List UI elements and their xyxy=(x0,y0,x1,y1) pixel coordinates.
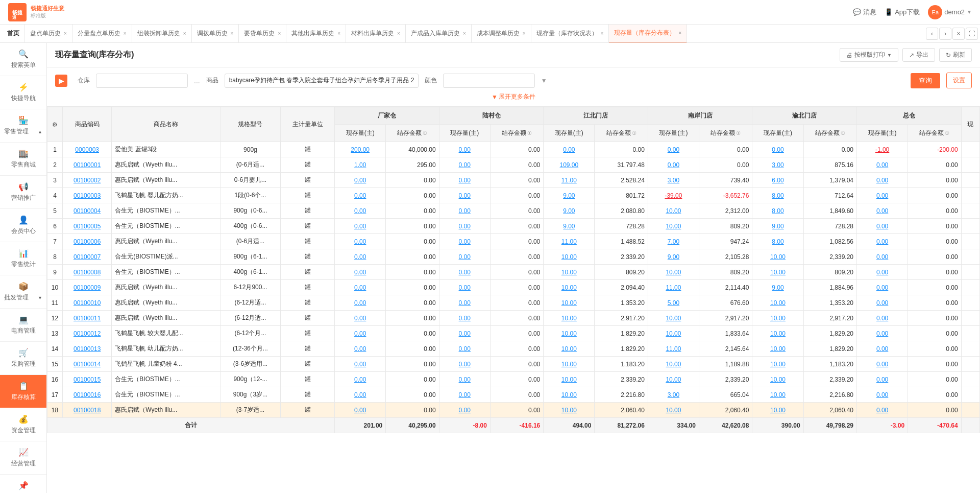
sidebar-item-retail[interactable]: 🏪 零售管理 ▲ xyxy=(0,109,46,143)
warehouse-ellipsis[interactable]: ... xyxy=(194,77,200,85)
table-cell[interactable]: 10.00 xyxy=(544,372,595,387)
table-cell[interactable]: 00100004 xyxy=(63,203,112,219)
table-cell[interactable]: 00100002 xyxy=(63,173,112,188)
table-cell[interactable]: 0.00 xyxy=(335,341,386,357)
user-area[interactable]: Ea demo2 ▼ xyxy=(928,5,972,19)
sidebar-item-quicknav[interactable]: ⚡ 快捷导航 xyxy=(0,76,46,109)
sidebar-item-wholesale[interactable]: 📦 批发管理 ▼ xyxy=(0,275,46,309)
table-cell[interactable]: 6.00 xyxy=(752,173,803,188)
table-cell[interactable]: 3.00 xyxy=(648,387,699,403)
table-cell[interactable]: 00100015 xyxy=(63,372,112,387)
table-cell[interactable]: 10.00 xyxy=(648,203,699,219)
table-cell[interactable]: 10.00 xyxy=(544,295,595,311)
tab-transfer[interactable]: 调拨单历史 × xyxy=(192,25,239,43)
table-cell[interactable]: 00100014 xyxy=(63,357,112,372)
tab-fullscreen-btn[interactable]: ⛶ xyxy=(966,28,978,40)
sidebar-item-retail-stats[interactable]: 📊 零售统计 xyxy=(0,242,46,275)
tab-other-out[interactable]: 其他出库单历史 × xyxy=(286,25,346,43)
tab-stock-status[interactable]: 现存量（库存状况表） × xyxy=(531,25,609,43)
table-cell[interactable]: 0.00 xyxy=(335,372,386,387)
table-cell[interactable]: 0.00 xyxy=(335,173,386,188)
table-cell[interactable]: 10.00 xyxy=(544,326,595,341)
tab-close-icon[interactable]: × xyxy=(397,31,400,36)
table-cell[interactable]: 10.00 xyxy=(648,311,699,326)
table-cell[interactable]: 0.00 xyxy=(439,157,490,173)
table-cell[interactable]: 00100007 xyxy=(63,249,112,265)
info-icon[interactable]: ① xyxy=(841,130,845,136)
table-cell[interactable]: 9.00 xyxy=(752,219,803,234)
setting-btn[interactable]: 设置 xyxy=(946,73,972,88)
table-cell[interactable]: 0.00 xyxy=(439,387,490,403)
table-cell[interactable]: 0.00 xyxy=(335,265,386,280)
table-cell[interactable]: 00100013 xyxy=(63,341,112,357)
info-icon[interactable]: ① xyxy=(945,130,949,136)
table-cell[interactable]: 00100009 xyxy=(63,280,112,295)
print-btn[interactable]: 🖨 按模版打印 ▼ xyxy=(840,48,898,62)
table-cell[interactable]: 10.00 xyxy=(544,341,595,357)
table-cell[interactable]: 0.00 xyxy=(544,142,595,157)
tab-order[interactable]: 要货单历史 × xyxy=(239,25,286,43)
table-cell[interactable]: 0.00 xyxy=(335,234,386,249)
table-cell[interactable]: 10.00 xyxy=(752,326,803,341)
table-cell[interactable]: 10.00 xyxy=(648,219,699,234)
table-cell[interactable]: 9.00 xyxy=(752,280,803,295)
table-cell[interactable]: 10.00 xyxy=(544,265,595,280)
table-cell[interactable]: 0.00 xyxy=(439,173,490,188)
table-cell[interactable]: 10.00 xyxy=(752,249,803,265)
tab-close-icon[interactable]: × xyxy=(337,31,340,36)
table-cell[interactable]: 00100003 xyxy=(63,188,112,203)
table-cell[interactable]: 11.00 xyxy=(544,173,595,188)
table-cell[interactable]: 00100011 xyxy=(63,311,112,326)
warehouse-input[interactable] xyxy=(96,74,188,88)
table-cell[interactable]: 00100010 xyxy=(63,295,112,311)
table-cell[interactable]: 7.00 xyxy=(648,234,699,249)
table-cell[interactable]: 8.00 xyxy=(752,203,803,219)
tab-close-icon[interactable]: × xyxy=(601,31,604,36)
sidebar-item-purchase[interactable]: 🛒 采购管理 xyxy=(0,342,46,375)
table-cell[interactable]: 0.00 xyxy=(335,387,386,403)
table-cell[interactable]: 0.00 xyxy=(439,265,490,280)
table-cell[interactable]: 10.00 xyxy=(752,295,803,311)
table-cell[interactable]: 00100012 xyxy=(63,326,112,341)
table-cell[interactable]: 0.00 xyxy=(335,311,386,326)
table-cell[interactable]: 3.00 xyxy=(648,173,699,188)
tab-close-icon[interactable]: × xyxy=(124,31,127,36)
table-cell[interactable]: 00100018 xyxy=(63,403,112,418)
tab-home[interactable]: 首页 xyxy=(2,25,25,43)
table-cell[interactable]: 10.00 xyxy=(752,341,803,357)
sidebar-item-search[interactable]: 🔍 搜索英单 xyxy=(0,43,46,76)
table-cell[interactable]: 0.00 xyxy=(335,219,386,234)
sidebar-item-stock[interactable]: 📋 库存核算 xyxy=(0,375,46,408)
table-cell[interactable]: 0.00 xyxy=(752,142,803,157)
table-cell[interactable]: 0.00 xyxy=(648,142,699,157)
table-cell[interactable]: 1.00 xyxy=(335,157,386,173)
sidebar-item-shop[interactable]: 🏬 零售商城 xyxy=(0,143,46,176)
table-cell[interactable]: 10.00 xyxy=(752,372,803,387)
table-cell[interactable]: 11.00 xyxy=(648,341,699,357)
tab-product-in[interactable]: 产成品入库单历史 × xyxy=(406,25,472,43)
sidebar-item-ecom[interactable]: 💻 电商管理 xyxy=(0,309,46,342)
tab-next-btn[interactable]: › xyxy=(939,28,951,40)
table-cell[interactable]: 0.00 xyxy=(335,326,386,341)
table-cell[interactable]: 10.00 xyxy=(544,280,595,295)
table-cell[interactable]: 00100006 xyxy=(63,234,112,249)
table-cell[interactable]: 0.00 xyxy=(439,311,490,326)
th-settings[interactable]: ⚙ xyxy=(47,107,63,142)
table-cell[interactable]: 0.00 xyxy=(335,280,386,295)
table-cell[interactable]: 0.00 xyxy=(335,188,386,203)
table-cell[interactable]: 0.00 xyxy=(439,357,490,372)
tab-close-icon[interactable]: × xyxy=(64,31,67,36)
table-cell[interactable]: 5.00 xyxy=(648,295,699,311)
app-download-btn[interactable]: 📱 App下载 xyxy=(885,8,920,17)
table-cell[interactable]: 0.00 xyxy=(335,295,386,311)
export-btn[interactable]: ↗ 导出 xyxy=(902,48,935,62)
tab-material-out[interactable]: 材料出库单历史 × xyxy=(346,25,406,43)
table-cell[interactable]: 0.00 xyxy=(648,157,699,173)
table-cell[interactable]: 0.00 xyxy=(439,234,490,249)
message-btn[interactable]: 💬 消息 xyxy=(853,8,876,17)
table-cell[interactable]: 10.00 xyxy=(544,249,595,265)
table-cell[interactable]: 10.00 xyxy=(648,265,699,280)
tab-close-all-btn[interactable]: × xyxy=(952,28,965,40)
table-cell[interactable]: 0.00 xyxy=(439,403,490,418)
tab-close-icon[interactable]: × xyxy=(678,30,681,36)
